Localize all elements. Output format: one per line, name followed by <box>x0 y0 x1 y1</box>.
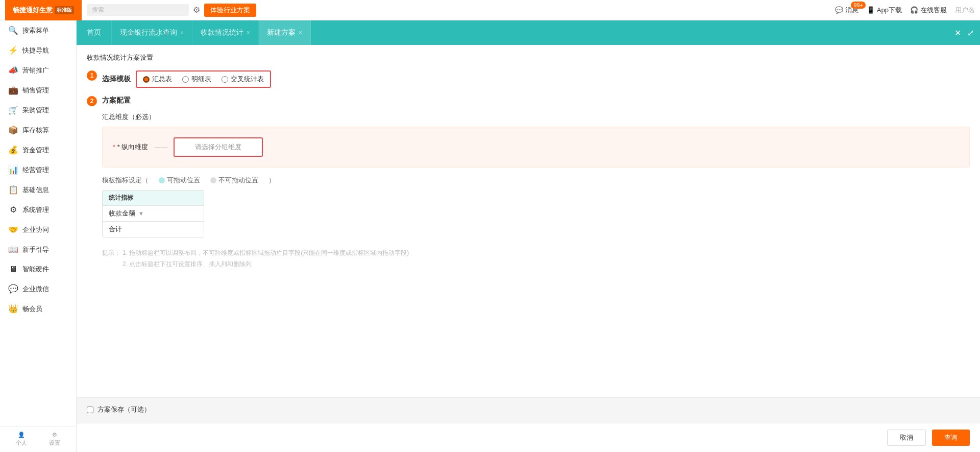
sidebar-item-member[interactable]: 👑 畅会员 <box>0 299 76 319</box>
guide-icon: 📖 <box>8 245 18 254</box>
sidebar-bottom: 👤 个人 ⚙ 设置 <box>0 426 76 452</box>
metrics-config-label: 模板指标设定（ <box>102 176 149 185</box>
non-draggable-dot <box>210 177 216 183</box>
sidebar-item-quick[interactable]: ⚡ 快捷导航 <box>0 40 76 60</box>
metrics-config-header: 模板指标设定（ 可拖动位置 不可拖动位置 ） <box>102 176 970 185</box>
tab-home-label: 首页 <box>87 28 101 37</box>
vertical-dim-label: * * 纵向维度 <box>113 142 148 152</box>
sidebar-label-search: 搜索菜单 <box>22 26 49 35</box>
template-option-detail[interactable]: 明细表 <box>182 75 211 84</box>
template-radio-cross[interactable] <box>222 76 228 83</box>
purchase-icon: 🛒 <box>8 105 18 115</box>
search-icon: 🔍 <box>8 26 18 35</box>
app-name: 畅捷通好生意 <box>13 6 53 15</box>
sidebar-item-purchase[interactable]: 🛒 采购管理 <box>0 100 76 120</box>
save-label: 方案保存（可选） <box>97 405 151 414</box>
gear-icon[interactable]: ⚙ <box>193 5 200 15</box>
tab-close-icon[interactable]: ✕ <box>954 28 961 38</box>
sidebar-label-basic: 基础信息 <box>22 185 49 195</box>
sidebar-label-wechat: 企业微信 <box>22 284 49 294</box>
sidebar-item-finance[interactable]: 💰 资金管理 <box>0 140 76 160</box>
sidebar-nav: 🔍 搜索菜单 ⚡ 快捷导航 📣 营销推广 💼 销售管理 🛒 采购管理 📦 <box>0 20 76 426</box>
sidebar-item-search[interactable]: 🔍 搜索菜单 <box>0 20 76 40</box>
tab-cash-label: 现金银行流水查询 <box>120 28 177 37</box>
marketing-icon: 📣 <box>8 65 18 75</box>
sidebar-label-marketing: 营销推广 <box>22 66 49 75</box>
template-label-summary: 汇总表 <box>152 75 172 84</box>
service-label: 在线客服 <box>920 6 947 15</box>
template-radio-detail[interactable] <box>182 76 189 83</box>
industry-btn[interactable]: 体验行业方案 <box>204 4 256 17</box>
hint-line-2: 提示： 2. 点击标题栏下拉可设置排序、插入列和删除列 <box>102 259 970 270</box>
tab-new-plan-label: 新建方案 <box>267 28 296 37</box>
non-draggable-label: 不可拖动位置 <box>218 176 258 185</box>
sidebar-item-wechat[interactable]: 💬 企业微信 <box>0 279 76 299</box>
service-btn[interactable]: 🎧 在线客服 <box>910 6 947 15</box>
metrics-row-amount[interactable]: 收款金额 ▼ <box>103 205 204 221</box>
sales-icon: 💼 <box>8 85 18 95</box>
metrics-total-row: 合计 <box>103 221 204 237</box>
message-badge: 99+ <box>851 2 866 9</box>
sidebar-label-system: 系统管理 <box>22 205 49 215</box>
tab-new-plan-close[interactable]: × <box>299 29 302 36</box>
page-subtitle: 收款情况统计方案设置 <box>87 53 970 62</box>
sidebar-item-collab[interactable]: 🤝 企业协同 <box>0 220 76 240</box>
tab-expand-icon[interactable]: ⤢ <box>967 28 974 38</box>
settings-label: 设置 <box>49 439 60 447</box>
step1-num: 1 <box>87 70 97 81</box>
settings-icon: ⚙ <box>52 432 57 438</box>
sidebar-label-collab: 企业协同 <box>22 225 49 234</box>
dim-placeholder[interactable]: 请选择分组维度 <box>174 137 263 157</box>
download-btn[interactable]: 📱 App下载 <box>867 6 902 15</box>
sidebar-item-sales[interactable]: 💼 销售管理 <box>0 80 76 100</box>
personal-label: 个人 <box>16 439 27 447</box>
basic-icon: 📋 <box>8 185 18 195</box>
save-checkbox[interactable] <box>87 407 93 413</box>
template-option-cross[interactable]: 交叉统计表 <box>222 75 264 84</box>
member-icon: 👑 <box>8 304 18 314</box>
download-label: App下载 <box>877 6 902 15</box>
template-label-cross: 交叉统计表 <box>231 75 264 84</box>
tab-right-controls: ✕ ⤢ <box>954 28 980 38</box>
sidebar-bottom-personal[interactable]: 👤 个人 <box>16 432 27 447</box>
cancel-button[interactable]: 取消 <box>887 430 926 446</box>
sidebar-item-management[interactable]: 📊 经营管理 <box>0 160 76 180</box>
content-area: 首页 现金银行流水查询 × 收款情况统计 × 新建方案 × ✕ ⤢ 收款情况统计… <box>77 20 980 452</box>
metrics-dropdown-btn[interactable]: 收款金额 ▼ <box>109 209 144 218</box>
message-btn[interactable]: 💬 消息 99+ <box>835 6 859 15</box>
sidebar-bottom-settings[interactable]: ⚙ 设置 <box>49 432 60 447</box>
tab-cash[interactable]: 现金银行流水查询 × <box>112 20 192 45</box>
sidebar-label-inventory: 库存核算 <box>22 126 49 135</box>
header-right: 💬 消息 99+ 📱 App下载 🎧 在线客服 用户名 <box>835 6 975 15</box>
sidebar-item-inventory[interactable]: 📦 库存核算 <box>0 120 76 140</box>
tab-receipt[interactable]: 收款情况统计 × <box>192 20 259 45</box>
quick-icon: ⚡ <box>8 45 18 55</box>
tab-new-plan[interactable]: 新建方案 × <box>259 20 311 45</box>
template-radio-summary[interactable] <box>143 76 150 83</box>
required-star: * <box>113 143 115 151</box>
header-search[interactable]: 搜索 <box>87 4 189 16</box>
sidebar-label-finance: 资金管理 <box>22 146 49 155</box>
step2-section: 2 方案配置 汇总维度（必选） * * 纵向维度 <box>87 96 970 270</box>
sidebar-item-hardware[interactable]: 🖥 智能硬件 <box>0 259 76 279</box>
tab-receipt-close[interactable]: × <box>247 29 250 36</box>
sidebar-item-basic[interactable]: 📋 基础信息 <box>0 180 76 200</box>
tab-bar: 首页 现金银行流水查询 × 收款情况统计 × 新建方案 × ✕ ⤢ <box>77 20 980 45</box>
user-area[interactable]: 用户名 <box>955 6 975 15</box>
hint-prefix-1: 提示： <box>102 248 120 259</box>
sidebar-item-system[interactable]: ⚙ 系统管理 <box>0 200 76 220</box>
inventory-icon: 📦 <box>8 125 18 135</box>
query-button[interactable]: 查询 <box>932 430 970 446</box>
tab-home[interactable]: 首页 <box>77 20 112 45</box>
tab-cash-close[interactable]: × <box>180 29 184 36</box>
wechat-icon: 💬 <box>8 284 18 294</box>
step2-title: 方案配置 <box>102 96 131 104</box>
summary-dim-label: 汇总维度（必选） <box>102 112 970 122</box>
service-icon: 🎧 <box>910 6 918 14</box>
draggable-label: 可拖动位置 <box>167 176 200 185</box>
sidebar-item-guide[interactable]: 📖 新手引导 <box>0 240 76 259</box>
footer-buttons: 取消 查询 <box>77 423 980 452</box>
sidebar-item-marketing[interactable]: 📣 营销推广 <box>0 60 76 80</box>
sidebar-label-guide: 新手引导 <box>22 245 49 254</box>
template-option-summary[interactable]: 汇总表 <box>143 75 172 84</box>
